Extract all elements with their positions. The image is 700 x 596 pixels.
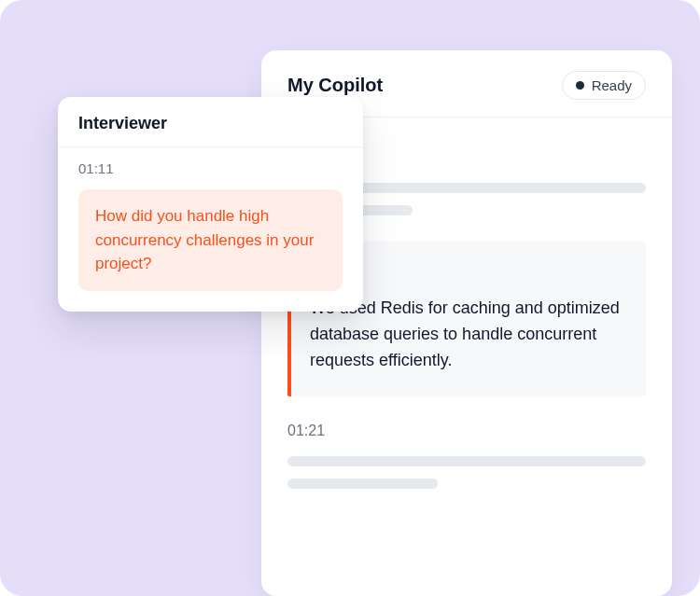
- interviewer-panel: Interviewer 01:11 How did you handle hig…: [58, 97, 363, 312]
- skeleton-line: [287, 456, 646, 466]
- interviewer-timestamp: 01:11: [78, 160, 343, 176]
- question-bubble: How did you handle high concurrency chal…: [78, 189, 343, 291]
- interviewer-title: Interviewer: [78, 114, 343, 133]
- status-badge: Ready: [562, 71, 646, 100]
- interviewer-header: Interviewer: [58, 97, 363, 147]
- skeleton-group-lower: [287, 456, 646, 489]
- status-dot-icon: [576, 81, 584, 90]
- question-text: How did you handle high concurrency chal…: [95, 204, 326, 276]
- demo-canvas: My Copilot Ready We used Redis for cachi…: [0, 0, 700, 596]
- skeleton-line: [287, 478, 438, 489]
- copilot-timestamp: 01:21: [287, 423, 646, 439]
- copilot-title: My Copilot: [287, 75, 383, 96]
- status-label: Ready: [592, 77, 632, 93]
- interviewer-body: 01:11 How did you handle high concurrenc…: [58, 147, 363, 312]
